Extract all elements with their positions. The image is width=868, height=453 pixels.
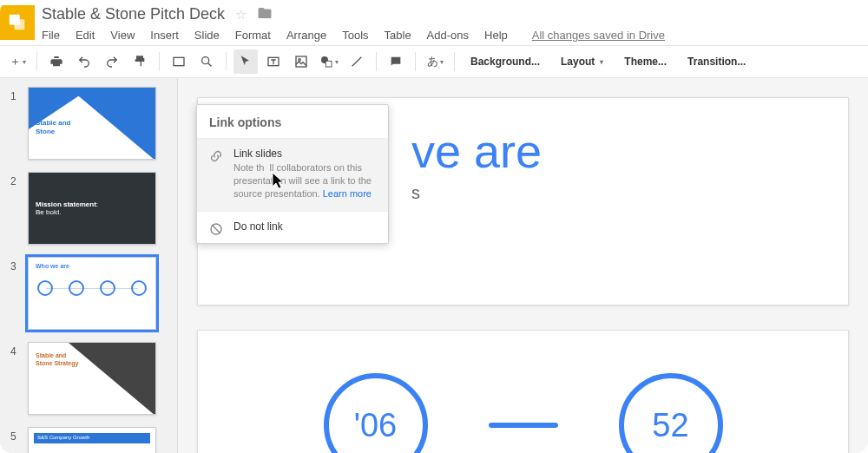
slide-thumb-3[interactable]: 3 Who we are <box>0 253 177 338</box>
svg-rect-1 <box>14 19 24 30</box>
app-logo <box>0 5 35 40</box>
cursor-icon <box>272 172 284 192</box>
link-slides-option[interactable]: Link slides Note th ll collaborators on … <box>197 138 388 211</box>
do-not-link-label: Do not link <box>233 220 376 233</box>
learn-more-link[interactable]: Learn more <box>323 188 372 199</box>
menu-file[interactable]: File <box>42 29 60 42</box>
popover-title: Link options <box>197 105 388 138</box>
redo-button[interactable] <box>100 49 124 74</box>
undo-button[interactable] <box>72 49 96 74</box>
slide-number: 4 <box>10 342 21 358</box>
slide-panel[interactable]: 1 Stable andStone 2 Mission statement:Be… <box>0 78 178 453</box>
layout-button[interactable]: Layout▾ <box>552 49 612 74</box>
slide-number: 2 <box>10 172 21 187</box>
svg-rect-8 <box>326 61 332 67</box>
select-tool[interactable] <box>233 49 258 74</box>
transition-button[interactable]: Transition... <box>679 49 754 74</box>
link-slides-note: Note th ll collaborators on this present… <box>233 161 376 200</box>
menu-addons[interactable]: Add-ons <box>427 29 469 42</box>
header: Stable & Stone Pitch Deck ☆ File Edit Vi… <box>0 0 868 42</box>
menu-format[interactable]: Format <box>235 29 271 42</box>
slide-thumb-5[interactable]: 5 S&S Company Growth <box>0 423 177 453</box>
svg-rect-5 <box>296 56 306 67</box>
star-icon[interactable]: ☆ <box>235 7 247 23</box>
do-not-link-option[interactable]: Do not link <box>197 211 388 243</box>
comment-button[interactable] <box>384 49 408 74</box>
image-tool[interactable] <box>289 49 313 74</box>
next-slide-preview: '06 52 <box>197 330 849 453</box>
fit-button[interactable] <box>167 49 191 74</box>
folder-icon[interactable] <box>257 5 273 23</box>
menu-view[interactable]: View <box>110 29 135 42</box>
toolbar: ＋▾ ▾ あ▾ Background... Layout▾ Theme... T… <box>0 45 868 78</box>
menu-slide[interactable]: Slide <box>194 29 220 42</box>
svg-point-3 <box>202 57 209 64</box>
menu-help[interactable]: Help <box>484 29 508 42</box>
link-icon <box>209 149 223 166</box>
new-slide-button[interactable]: ＋▾ <box>5 49 30 74</box>
document-title[interactable]: Stable & Stone Pitch Deck <box>42 5 225 23</box>
line-tool[interactable] <box>345 49 369 74</box>
slide-thumb-2[interactable]: 2 Mission statement:Be bold. <box>0 168 177 253</box>
background-button[interactable]: Background... <box>462 49 549 74</box>
menu-tools[interactable]: Tools <box>342 29 368 42</box>
theme-button[interactable]: Theme... <box>615 49 675 74</box>
slide-number: 3 <box>10 257 21 272</box>
menu-arrange[interactable]: Arrange <box>286 29 326 42</box>
save-status[interactable]: All changes saved in Drive <box>532 29 665 42</box>
slide-number: 5 <box>10 427 21 443</box>
paint-format-button[interactable] <box>128 49 152 74</box>
input-tools-button[interactable]: あ▾ <box>423 49 447 74</box>
svg-rect-2 <box>174 57 184 65</box>
no-link-icon <box>209 222 223 239</box>
menu-edit[interactable]: Edit <box>76 29 95 42</box>
connector-line <box>489 423 558 428</box>
slide-number: 1 <box>10 87 21 102</box>
shape-tool[interactable]: ▾ <box>317 49 341 74</box>
svg-point-6 <box>299 59 301 62</box>
slide-thumb-1[interactable]: 1 Stable andStone <box>0 83 177 168</box>
menu-table[interactable]: Table <box>385 29 411 42</box>
stat-circle-2: 52 <box>619 373 723 453</box>
link-slides-label: Link slides <box>233 148 376 160</box>
textbox-tool[interactable] <box>261 49 286 74</box>
link-options-popover: Link options Link slides Note th ll coll… <box>196 104 389 244</box>
menubar: File Edit View Insert Slide Format Arran… <box>42 29 861 42</box>
zoom-button[interactable] <box>194 49 219 74</box>
stat-circle-1: '06 <box>324 373 428 453</box>
print-button[interactable] <box>44 49 69 74</box>
slide-thumb-4[interactable]: 4 Stable andStone Strategy <box>0 338 177 423</box>
menu-insert[interactable]: Insert <box>150 29 179 42</box>
